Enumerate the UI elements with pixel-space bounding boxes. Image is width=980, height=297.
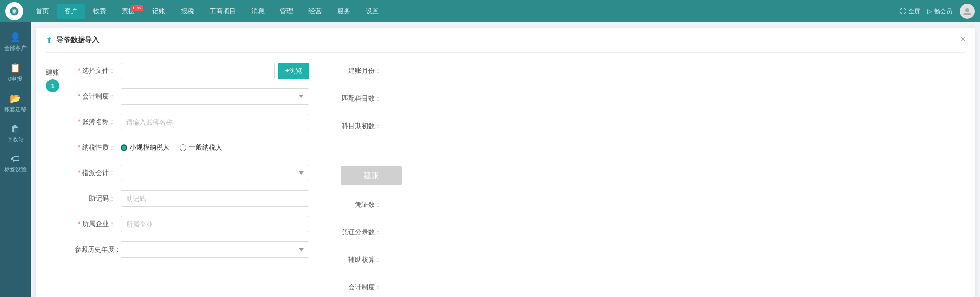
nav-item-projects[interactable]: 工商项目 [202,4,243,19]
zero-declaration-icon: 📋 [10,62,21,73]
sidebar-label-recycle-bin: 回收站 [7,136,24,143]
company-label: 所属企业： [75,219,121,229]
vip-button[interactable]: ▷ 畅会员 [927,7,952,16]
ledger-name-row: 账簿名称： [75,114,309,130]
ledger-name-label: 账簿名称： [75,117,121,127]
subjects-init-row: 科目期初数： [341,118,402,134]
step-badge: 1 [46,79,59,92]
tax-option1-label: 小规模纳税人 [130,143,170,152]
nav-item-messages[interactable]: 消息 [244,4,272,19]
sidebar-item-label-settings[interactable]: 🏷 标签设置 [0,150,31,178]
match-subjects-label: 匹配科目数： [341,94,387,103]
nav-item-fees[interactable]: 收费 [86,4,113,19]
all-clients-icon: 👤 [10,32,21,43]
select-file-label: 选择文件： [75,66,121,76]
accounting-system-row: 会计制度： [75,88,309,105]
history-year-row: 参照历史年度： [75,241,309,258]
assign-accountant-label: 指派会计： [75,168,121,178]
right-accounting-system-row: 会计制度： [341,279,402,295]
tax-radio-small[interactable] [121,144,127,151]
memo-code-row: 助记码： [75,190,309,207]
memo-code-label: 助记码： [75,194,121,203]
tax-nature-label: 纳税性质： [75,143,121,152]
play-icon: ▷ [927,8,932,15]
tax-option-small[interactable]: 小规模纳税人 [121,143,170,152]
file-path-input[interactable] [121,63,275,79]
nav-items-list: 首页 客户 收费 票据 new 记账 报税 工商项目 消息 管理 经营 服务 设… [29,4,900,19]
import-icon: ⬆ [46,36,52,44]
file-row: +浏览 [121,63,309,79]
assign-accountant-select[interactable] [121,165,309,181]
dialog-header: ⬆ 导爷数据导入 [46,36,965,53]
nav-item-clients[interactable]: 客户 [57,4,85,19]
company-input[interactable] [121,216,309,232]
nav-item-settings[interactable]: 设置 [358,4,386,19]
voucher-count-row: 凭证数： [341,196,402,213]
sidebar-item-account-migration[interactable]: 📂 账套迁移 [0,89,31,117]
company-control [121,216,309,232]
ledger-name-control [121,114,309,130]
accounting-system-label: 会计制度： [75,92,121,101]
form-section: 选择文件： +浏览 会计制度： [75,63,343,297]
recycle-bin-icon: 🗑 [11,123,20,134]
top-navigation: 首页 客户 收费 票据 new 记账 报税 工商项目 消息 管理 经营 服务 设… [0,0,980,22]
sidebar: 👤 全部客户 📋 0申报 📂 账套迁移 🗑 回收站 🏷 标签设置 [0,22,31,297]
fullscreen-button[interactable]: ⛶ 全屏 [900,7,920,16]
aux-accounting-row: 辅助核算： [341,252,402,268]
voucher-count-label: 凭证数： [341,200,387,209]
dialog-title: 导爷数据导入 [56,36,99,45]
form-left: 选择文件： +浏览 会计制度： [75,63,330,297]
subjects-init-label: 科目期初数： [341,121,387,131]
main-content: ⬆ 导爷数据导入 × 建账 1 选择文件： [31,22,980,297]
build-month-label: 建账月份： [341,66,387,76]
build-account-button[interactable]: 建账 [341,166,402,185]
tax-option-general[interactable]: 一般纳税人 [180,143,222,152]
aux-accounting-label: 辅助核算： [341,255,387,264]
nav-item-services[interactable]: 服务 [330,4,357,19]
nav-right-section: ⛶ 全屏 ▷ 畅会员 [900,4,975,19]
right-accounting-system-label: 会计制度： [341,283,387,292]
nav-item-management[interactable]: 管理 [273,4,300,19]
history-year-select[interactable] [121,241,309,258]
vip-label: 畅会员 [934,7,952,16]
sidebar-label-account-migration: 账套迁移 [4,106,27,113]
accounting-system-select[interactable] [121,88,309,105]
form-main-wrapper: 建账 1 选择文件： +浏览 [46,63,965,297]
memo-code-input[interactable] [121,190,309,207]
browse-button[interactable]: +浏览 [278,63,309,79]
tax-radio-general[interactable] [180,144,186,151]
account-migration-icon: 📂 [10,93,21,104]
nav-item-operations[interactable]: 经营 [301,4,329,19]
select-file-row: 选择文件： +浏览 [75,63,309,79]
step-indicator: 建账 1 [46,63,59,92]
company-row: 所属企业： [75,216,309,232]
nav-item-bookkeeping[interactable]: 记账 [145,4,173,19]
voucher-records-label: 凭证分录数： [341,228,387,237]
build-month-row: 建账月份： [341,63,402,79]
tax-nature-control: 小规模纳税人 一般纳税人 [121,143,309,152]
fullscreen-label: 全屏 [908,7,920,16]
sidebar-item-zero-declaration[interactable]: 📋 0申报 [0,58,31,87]
file-control-wrap: +浏览 [121,63,309,79]
tax-nature-row: 纳税性质： 小规模纳税人 一般纳税人 [75,139,309,156]
sidebar-label-label-settings: 标签设置 [4,166,27,174]
sidebar-label-zero-declaration: 0申报 [8,75,22,83]
sidebar-item-recycle-bin[interactable]: 🗑 回收站 [0,119,31,147]
ledger-name-input[interactable] [121,114,309,130]
nav-item-tax[interactable]: 报税 [174,4,201,19]
app-logo[interactable] [5,2,23,20]
fullscreen-icon: ⛶ [900,8,906,15]
dialog-card: ⬆ 导爷数据导入 × 建账 1 选择文件： [36,28,975,297]
tax-option2-label: 一般纳税人 [189,143,222,152]
user-avatar[interactable] [960,4,975,19]
sidebar-item-all-clients[interactable]: 👤 全部客户 [0,28,31,56]
history-year-control [121,241,309,258]
form-right: 建账月份： 匹配科目数： 科目期初数： 建账 [330,63,402,297]
memo-code-control [121,190,309,207]
close-button[interactable]: × [960,35,966,44]
nav-item-home[interactable]: 首页 [29,4,56,19]
step-label: 建账 [46,68,59,77]
match-subjects-row: 匹配科目数： [341,90,402,107]
nav-item-invoices[interactable]: 票据 new [114,4,144,19]
accounting-system-control [121,88,309,105]
